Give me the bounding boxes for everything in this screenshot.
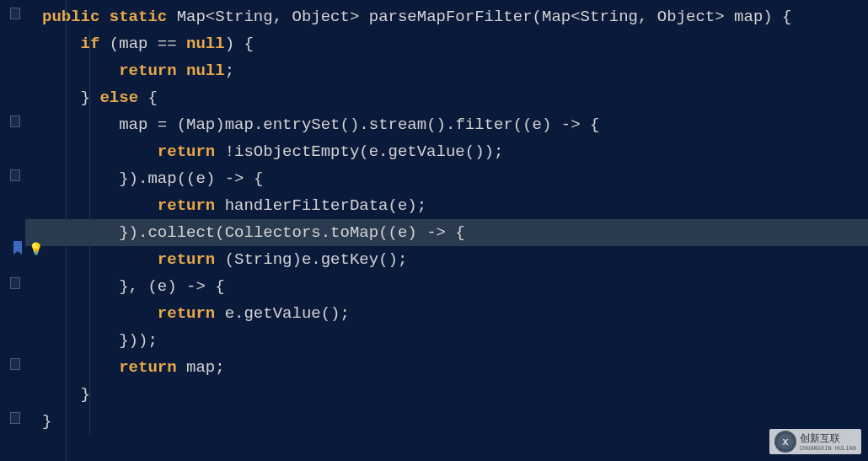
code-token: map [119, 115, 147, 134]
code-token: ( [215, 223, 224, 242]
code-token: Map [542, 8, 571, 26]
code-token: })); [119, 331, 158, 350]
code-token: e [225, 304, 234, 323]
code-token: ()); [465, 142, 504, 161]
fold-marker-icon[interactable] [10, 412, 20, 424]
code-token [215, 304, 224, 323]
code-line[interactable]: return null; [42, 57, 868, 84]
code-token: Collectors [225, 223, 321, 242]
code-token: return [158, 304, 215, 323]
code-token: (). [426, 115, 455, 134]
code-token: . [234, 304, 244, 323]
svg-text:X: X [782, 437, 788, 448]
code-token: = ( [147, 115, 186, 134]
code-token: e [398, 196, 407, 215]
code-token: e [369, 142, 378, 161]
fold-marker-icon[interactable] [10, 115, 20, 127]
code-token: handlerFilterData [225, 196, 388, 215]
indent-guide [66, 0, 67, 461]
code-token: getKey [321, 250, 378, 269]
code-line[interactable]: return e.getValue(); [42, 300, 868, 327]
bookmark-icon[interactable] [12, 241, 24, 255]
code-token: map [186, 358, 215, 377]
code-token: . [254, 115, 263, 134]
code-token: collect [147, 223, 215, 242]
code-token: (( [177, 169, 196, 188]
code-token: }). [119, 223, 147, 242]
code-token: map [734, 8, 763, 26]
code-token: ( [99, 35, 119, 53]
code-line[interactable]: } else { [42, 84, 868, 111]
code-editor[interactable]: public static Map<String, Object> parseM… [42, 0, 868, 435]
code-line[interactable]: } [42, 408, 868, 435]
watermark: X 创新互联 CHUANGXIN HULIAN [769, 429, 861, 454]
code-token: ) [292, 250, 301, 269]
code-token: filter [455, 115, 512, 134]
code-token: ) -> { [407, 223, 464, 242]
code-token: ) -> { [167, 277, 224, 296]
code-token: else [99, 88, 138, 107]
code-token: stream [369, 115, 426, 134]
code-token: { [138, 88, 158, 107]
code-token: return [158, 142, 215, 161]
code-token: < [206, 8, 215, 26]
code-line[interactable]: return !isObjectEmpty(e.getValue()); [42, 138, 868, 165]
fold-marker-icon[interactable] [10, 169, 20, 181]
lightbulb-icon[interactable]: 💡 [29, 242, 40, 255]
code-token: null [186, 35, 225, 53]
code-token: . [321, 223, 330, 242]
watermark-logo-icon: X [774, 431, 796, 453]
fold-marker-icon[interactable] [10, 358, 20, 370]
code-token: String [215, 8, 272, 26]
code-token: ( [388, 196, 398, 215]
code-token: return [158, 250, 215, 269]
code-token: > [350, 8, 369, 26]
code-line[interactable]: return handlerFilterData(e); [42, 192, 868, 219]
fold-marker-icon[interactable] [10, 277, 20, 289]
code-token: > [715, 8, 734, 26]
code-line[interactable]: })); [42, 327, 868, 354]
code-token: e [398, 223, 407, 242]
code-token: String [581, 8, 638, 26]
code-token: }). [119, 169, 147, 188]
code-token: return [119, 358, 176, 377]
code-line[interactable]: map = (Map)map.entrySet().stream().filte… [42, 111, 868, 138]
code-token: ) { [225, 35, 254, 53]
indent-guide [89, 30, 90, 435]
code-token: map [147, 169, 176, 188]
code-token: e [302, 250, 311, 269]
code-token: ; [225, 62, 234, 80]
code-token: , [273, 8, 292, 26]
code-line[interactable]: }, (e) -> { [42, 273, 868, 300]
code-token: ; [215, 358, 224, 377]
code-line[interactable]: }).collect(Collectors.toMap((e) -> { [0, 219, 868, 246]
code-token: getValue [244, 304, 320, 323]
code-token: < [571, 8, 580, 26]
code-token: ( [533, 8, 542, 26]
code-line[interactable]: } [42, 381, 868, 408]
code-token: (). [340, 115, 369, 134]
code-line[interactable]: public static Map<String, Object> parseM… [42, 3, 868, 30]
editor-gutter [0, 0, 25, 461]
fold-marker-icon[interactable] [10, 8, 20, 19]
code-token: . [311, 250, 320, 269]
code-token: } [81, 88, 100, 107]
code-token: String [234, 250, 292, 269]
code-token: ( [359, 142, 368, 161]
code-token: (( [513, 115, 533, 134]
code-token: Map [177, 8, 206, 26]
code-line[interactable]: if (map == null) { [42, 30, 868, 57]
code-line[interactable]: return (String)e.getKey(); [42, 246, 868, 273]
code-token: ); [407, 196, 426, 215]
code-token: . [378, 142, 388, 161]
code-token: getValue [388, 142, 465, 161]
code-token: if [81, 35, 100, 53]
watermark-sub-text: CHUANGXIN HULIAN [800, 446, 856, 452]
code-token: toMap [330, 223, 378, 242]
code-token: Object [657, 8, 715, 26]
code-line[interactable]: }).map((e) -> { [42, 165, 868, 192]
code-token: ) [215, 115, 224, 134]
code-token: e [158, 277, 167, 296]
code-token: ) { [763, 8, 791, 26]
code-line[interactable]: return map; [42, 354, 868, 381]
